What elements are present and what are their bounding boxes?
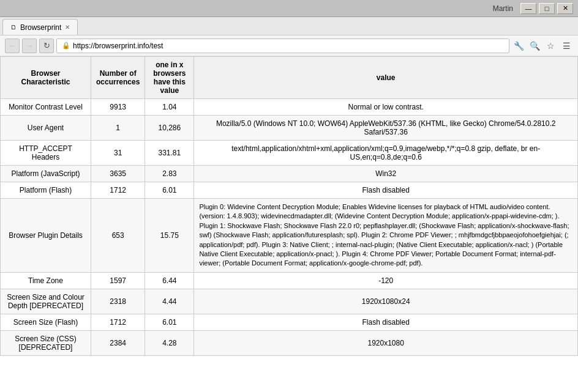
cell-occurrences: 1712 [91,314,145,330]
cell-value: Mozilla/5.0 (Windows NT 10.0; WOW64) App… [194,116,578,141]
table-row: Browser Plugin Details65315.75Plugin 0: … [1,199,578,273]
browser-tab[interactable]: 🗋 Browserprint ✕ [2,19,78,35]
close-window-button[interactable]: ✕ [557,3,573,14]
cell-onein: 6.01 [145,314,194,330]
refresh-button[interactable]: ↻ [39,39,54,53]
table-row: Monitor Contrast Level99131.04Normal or … [1,99,578,116]
cell-occurrences: 3635 [91,166,145,182]
header-characteristic: Browser Characteristic [1,57,91,99]
cell-value: Flash disabled [194,182,578,199]
cell-characteristic: Browser Plugin Details [1,199,91,273]
address-bar[interactable]: 🔒 https://browserprint.info/test [56,39,509,53]
cell-characteristic: Screen Size (Flash) [1,314,91,330]
cell-value: Normal or low contrast. [194,99,578,116]
title-bar: Martin — □ ✕ [0,0,578,17]
table-row: Platform (JavaScript)36352.83Win32 [1,166,578,182]
cell-occurrences: 31 [91,141,145,166]
tab-bar: 🗋 Browserprint ✕ [0,17,578,35]
tab-label: Browserprint [20,23,61,32]
title-bar-right: Martin — □ ✕ [493,3,573,14]
cell-characteristic: Screen Size and Colour Depth [DEPRECATED… [1,289,91,314]
header-value: value [194,57,578,99]
header-onein: one in x browsers have this value [145,57,194,99]
url-text: https://browserprint.info/test [73,42,163,50]
table-row: HTTP_ACCEPT Headers31331.81text/html,app… [1,141,578,166]
cell-value: 1920x1080x24 [194,289,578,314]
cell-occurrences: 9913 [91,99,145,116]
user-label: Martin [493,4,513,13]
cell-characteristic: Platform (Flash) [1,182,91,199]
tab-close-button[interactable]: ✕ [65,24,70,31]
minimize-button[interactable]: — [520,3,536,14]
menu-icon[interactable]: ☰ [560,39,573,53]
cell-onein: 15.75 [145,199,194,273]
cell-occurrences: 653 [91,199,145,273]
cell-occurrences: 2318 [91,289,145,314]
nav-bar: ← → ↻ 🔒 https://browserprint.info/test 🔧… [0,35,578,56]
main-content: Browser Characteristic Number of occurre… [0,56,578,392]
cell-onein: 6.44 [145,272,194,289]
cell-occurrences: 1 [91,116,145,141]
cell-value: 1920x1080 [194,330,578,355]
cell-value: -120 [194,272,578,289]
cell-characteristic: Screen Size (CSS) [DEPRECATED] [1,330,91,355]
table-row: Screen Size and Colour Depth [DEPRECATED… [1,289,578,314]
table-row: Time Zone15976.44-120 [1,272,578,289]
tab-page-icon: 🗋 [10,24,17,31]
cell-onein: 2.83 [145,166,194,182]
cell-characteristic: HTTP_ACCEPT Headers [1,141,91,166]
cell-characteristic: User Agent [1,116,91,141]
cell-characteristic: Platform (JavaScript) [1,166,91,182]
lock-icon: 🔒 [62,42,70,50]
fingerprint-table: Browser Characteristic Number of occurre… [0,56,578,356]
forward-button[interactable]: → [22,39,37,53]
extension-icon[interactable]: 🔧 [512,39,525,53]
maximize-button[interactable]: □ [539,3,555,14]
cell-occurrences: 1712 [91,182,145,199]
cell-occurrences: 2384 [91,330,145,355]
header-occurrences: Number of occurrences [91,57,145,99]
cell-onein: 4.44 [145,289,194,314]
cell-characteristic: Monitor Contrast Level [1,99,91,116]
table-row: Screen Size (Flash)17126.01Flash disable… [1,314,578,330]
cell-onein: 6.01 [145,182,194,199]
cell-onein: 4.28 [145,330,194,355]
cell-value: text/html,application/xhtml+xml,applicat… [194,141,578,166]
cell-onein: 1.04 [145,99,194,116]
cell-onein: 331.81 [145,141,194,166]
cell-value: Flash disabled [194,314,578,330]
bookmark-icon[interactable]: ☆ [544,39,557,53]
back-button[interactable]: ← [5,39,20,53]
table-row: User Agent110,286Mozilla/5.0 (Windows NT… [1,116,578,141]
cell-value: Win32 [194,166,578,182]
table-row: Platform (Flash)17126.01Flash disabled [1,182,578,199]
cell-characteristic: Time Zone [1,272,91,289]
table-row: Screen Size (CSS) [DEPRECATED]23844.2819… [1,330,578,355]
nav-icons-right: 🔧 🔍 ☆ ☰ [512,39,573,53]
cell-value: Plugin 0: Widevine Content Decryption Mo… [194,199,578,273]
zoom-icon[interactable]: 🔍 [528,39,541,53]
cell-onein: 10,286 [145,116,194,141]
cell-occurrences: 1597 [91,272,145,289]
